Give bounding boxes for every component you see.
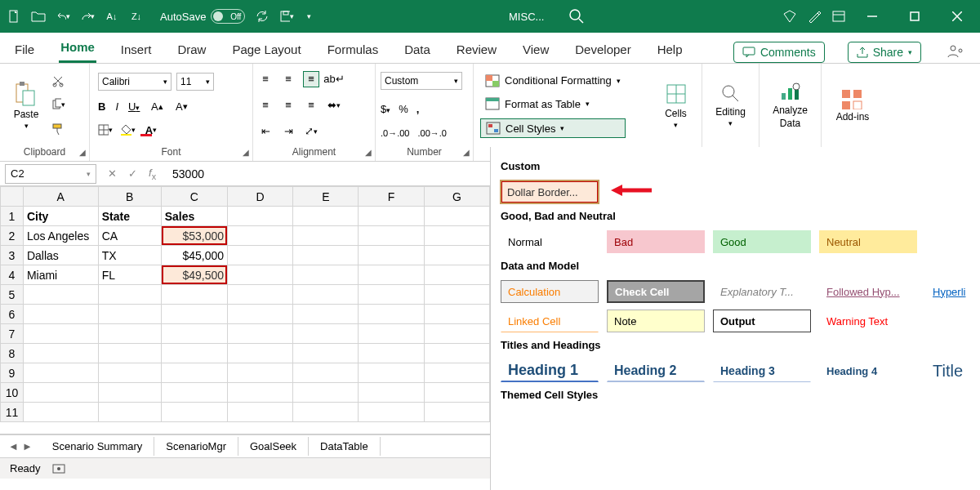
- style-hyperlink[interactable]: Hyperli: [925, 280, 966, 303]
- increase-indent-icon[interactable]: ⇥: [281, 124, 296, 139]
- format-as-table-button[interactable]: Format as Table▾: [480, 95, 626, 113]
- macro-record-icon[interactable]: [52, 463, 65, 474]
- style-calculation[interactable]: Calculation: [501, 280, 599, 303]
- diamond-premium-icon[interactable]: [782, 9, 797, 24]
- style-dollar-border[interactable]: Dollar Border...: [501, 180, 599, 203]
- col-header[interactable]: B: [98, 187, 161, 207]
- close-button[interactable]: [941, 11, 973, 21]
- number-format-select[interactable]: Custom▾: [381, 72, 462, 90]
- increase-decimal-icon[interactable]: .0→.00: [381, 128, 409, 138]
- sort-asc-icon[interactable]: A↓: [105, 9, 119, 24]
- name-box[interactable]: C2▾: [5, 164, 96, 184]
- cell-styles-button[interactable]: Cell Styles▾: [480, 118, 626, 138]
- cancel-formula-icon[interactable]: ✕: [108, 167, 117, 180]
- tab-view[interactable]: View: [521, 36, 550, 63]
- merge-icon[interactable]: ⬌▾: [327, 98, 341, 113]
- font-size-select[interactable]: 11▾: [176, 73, 214, 91]
- bold-button[interactable]: B: [98, 100, 105, 113]
- font-dialog-icon[interactable]: ◢: [243, 148, 249, 157]
- ribbon-display-icon[interactable]: [831, 9, 846, 24]
- align-middle-icon[interactable]: ≡: [281, 72, 296, 87]
- tab-developer[interactable]: Developer: [573, 36, 632, 63]
- tab-page-layout[interactable]: Page Layout: [230, 36, 302, 63]
- active-cell[interactable]: $53,000: [161, 226, 227, 246]
- style-neutral[interactable]: Neutral: [819, 230, 917, 253]
- sort-desc-icon[interactable]: Z↓: [129, 9, 144, 24]
- style-note[interactable]: Note: [607, 310, 705, 332]
- open-folder-icon[interactable]: [31, 9, 46, 24]
- redo-icon[interactable]: ▾: [80, 9, 95, 24]
- fill-color-icon[interactable]: ▾: [121, 122, 136, 137]
- sheet-tab[interactable]: GoalSeek: [238, 437, 309, 456]
- pen-icon[interactable]: [807, 9, 822, 24]
- fx-icon[interactable]: fx: [149, 167, 156, 181]
- cells-button[interactable]: Cells▾: [655, 82, 697, 129]
- wrap-text-icon[interactable]: ab↵: [327, 72, 341, 87]
- decrease-decimal-icon[interactable]: .00→.0: [417, 128, 446, 138]
- search-icon[interactable]: [568, 8, 585, 24]
- enter-formula-icon[interactable]: ✓: [128, 167, 137, 180]
- decrease-indent-icon[interactable]: ⇤: [258, 124, 273, 139]
- undo-icon[interactable]: ▾: [56, 9, 70, 24]
- currency-icon[interactable]: $▾: [381, 103, 390, 115]
- tab-file[interactable]: File: [13, 36, 36, 63]
- comma-icon[interactable]: ,: [416, 103, 420, 115]
- save-icon[interactable]: ▾: [279, 9, 294, 24]
- sync-icon[interactable]: [255, 9, 270, 24]
- sheet-tab[interactable]: Scenario Summary: [41, 437, 155, 456]
- comments-button[interactable]: Comments: [733, 42, 825, 63]
- orientation-icon[interactable]: ⤢▾: [304, 124, 318, 139]
- conditional-formatting-button[interactable]: Conditional Formatting▾: [480, 72, 626, 90]
- align-top-icon[interactable]: ≡: [258, 72, 273, 87]
- tab-home[interactable]: Home: [59, 33, 96, 63]
- borders-icon[interactable]: ▾: [98, 122, 113, 137]
- percent-icon[interactable]: %: [399, 103, 408, 115]
- share-button[interactable]: Share▾: [848, 42, 921, 63]
- style-heading-4[interactable]: Heading 4: [819, 359, 917, 382]
- align-bottom-icon[interactable]: ≡: [304, 72, 318, 87]
- style-good[interactable]: Good: [713, 230, 811, 253]
- style-warning-text[interactable]: Warning Text: [819, 310, 917, 332]
- cut-icon[interactable]: [51, 74, 65, 88]
- col-header[interactable]: D: [228, 187, 293, 207]
- underline-button[interactable]: U▾: [128, 100, 140, 113]
- minimize-button[interactable]: [856, 11, 889, 21]
- new-file-icon[interactable]: [7, 9, 21, 24]
- clipboard-dialog-icon[interactable]: ◢: [79, 148, 86, 157]
- decrease-font-icon[interactable]: A▾: [174, 99, 189, 114]
- style-check-cell[interactable]: Check Cell: [607, 280, 705, 303]
- style-heading-1[interactable]: Heading 1: [501, 359, 599, 382]
- style-bad[interactable]: Bad: [607, 230, 705, 253]
- paste-button[interactable]: Paste ▾: [5, 81, 47, 130]
- style-followed-hyperlink[interactable]: Followed Hyp...: [819, 280, 917, 303]
- select-all-corner[interactable]: [1, 187, 24, 207]
- sheet-tab[interactable]: DataTable: [309, 437, 381, 456]
- copy-icon[interactable]: ▾: [51, 97, 65, 112]
- maximize-button[interactable]: [898, 11, 931, 21]
- col-header[interactable]: F: [359, 187, 424, 207]
- tab-review[interactable]: Review: [455, 36, 498, 63]
- italic-button[interactable]: I: [115, 100, 118, 113]
- style-explanatory[interactable]: Explanatory T...: [713, 280, 811, 303]
- font-color-icon[interactable]: A▾: [144, 122, 158, 137]
- sheet-tab[interactable]: ScenarioMgr: [154, 437, 238, 456]
- alignment-dialog-icon[interactable]: ◢: [365, 148, 372, 157]
- addins-button[interactable]: Add-ins: [831, 88, 874, 122]
- col-header[interactable]: C: [161, 187, 227, 207]
- col-header[interactable]: E: [293, 187, 359, 207]
- number-dialog-icon[interactable]: ◢: [463, 148, 470, 157]
- align-left-icon[interactable]: ≡: [258, 98, 273, 113]
- editing-button[interactable]: Editing▾: [710, 83, 752, 127]
- tab-nav-last-icon[interactable]: ►: [22, 440, 33, 452]
- align-right-icon[interactable]: ≡: [304, 98, 318, 113]
- tab-formulas[interactable]: Formulas: [326, 36, 381, 63]
- style-normal[interactable]: Normal: [501, 230, 599, 253]
- col-header[interactable]: G: [424, 187, 489, 207]
- style-heading-2[interactable]: Heading 2: [607, 359, 705, 382]
- style-title[interactable]: Title: [925, 359, 966, 382]
- autosave-toggle[interactable]: AutoSave Off: [160, 9, 245, 24]
- tab-help[interactable]: Help: [656, 36, 684, 63]
- font-name-select[interactable]: Calibri▾: [98, 73, 172, 91]
- tab-data[interactable]: Data: [403, 36, 432, 63]
- collaborate-icon[interactable]: [944, 40, 967, 63]
